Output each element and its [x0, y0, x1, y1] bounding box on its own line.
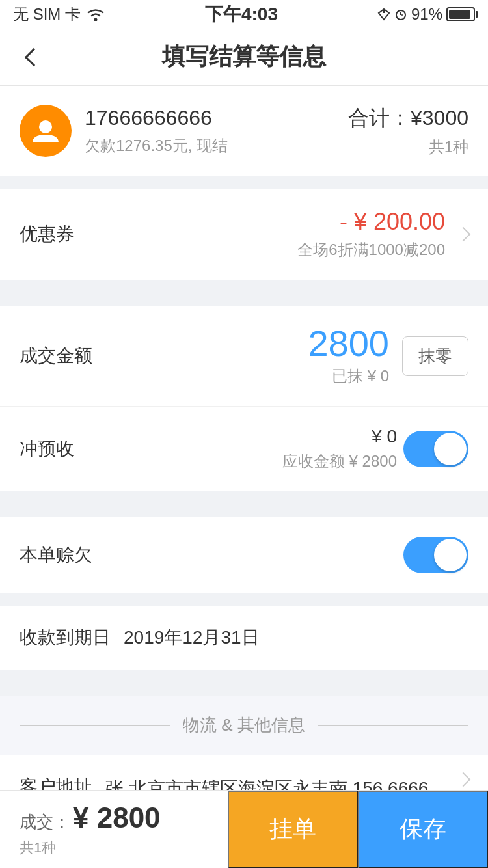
customer-left: 17666666666 欠款1276.35元, 现结 [20, 105, 228, 157]
bottom-bar: 成交： ¥ 2800 共1种 挂单 保存 [0, 790, 488, 868]
chong-toggle[interactable] [403, 431, 468, 467]
battery-percent: 91% [411, 5, 442, 23]
avatar [20, 105, 72, 157]
coupon-value-group: - ¥ 200.00 全场6折满1000减200 [297, 208, 445, 260]
battery-fill [449, 10, 470, 19]
hang-button[interactable]: 挂单 [228, 791, 358, 869]
amount-group: 2800 已抹 ¥ 0 [308, 325, 389, 387]
chong-amount: ¥ 0 [372, 426, 397, 447]
customer-sub: 欠款1276.35元, 现结 [85, 135, 228, 156]
carrier-text: 无 SIM 卡 [13, 4, 81, 25]
status-right: 91% [377, 5, 475, 23]
customer-info: 17666666666 欠款1276.35元, 现结 [85, 106, 228, 156]
toggle-knob [434, 433, 467, 465]
bottom-amount: ¥ 2800 [73, 802, 161, 834]
svg-point-5 [39, 120, 52, 133]
bottom-info: 成交： ¥ 2800 共1种 [0, 802, 228, 858]
location-icon [377, 8, 390, 21]
status-bar: 无 SIM 卡 下午4:03 91% [0, 0, 488, 29]
chevron-right-icon [456, 227, 471, 242]
wifi-icon [86, 7, 105, 21]
back-arrow-icon [25, 47, 43, 66]
total-count: 共1种 [348, 137, 468, 157]
coupon-section: 优惠券 - ¥ 200.00 全场6折满1000减200 [0, 189, 488, 280]
logistics-label: 物流 & 其他信息 [183, 714, 305, 737]
transaction-amount: 2800 [308, 325, 389, 362]
divider-line-right [318, 725, 468, 726]
chong-sub: 应收金额 ¥ 2800 [282, 451, 397, 472]
due-date-label: 收款到期日 [20, 625, 111, 650]
back-button[interactable] [20, 43, 48, 72]
ben-dan-section: 本单赊欠 [0, 517, 488, 593]
coupon-row[interactable]: 优惠券 - ¥ 200.00 全场6折满1000减200 [0, 189, 488, 280]
ben-dan-label: 本单赊欠 [20, 543, 92, 567]
user-avatar-icon [30, 115, 61, 146]
gray-divider-3 [0, 683, 488, 696]
alarm-icon [394, 8, 407, 21]
address-chevron-icon [456, 772, 471, 787]
coupon-description: 全场6折满1000减200 [297, 239, 445, 260]
transaction-amount-row: 成交金额 2800 已抹 ¥ 0 抹零 [0, 306, 488, 406]
transaction-section: 成交金额 2800 已抹 ¥ 0 抹零 冲预收 ¥ 0 应收金额 ¥ 2800 [0, 306, 488, 491]
chong-yushou-label: 冲预收 [20, 437, 74, 461]
due-date-value: 2019年12月31日 [124, 625, 260, 650]
divider-line-left [20, 725, 170, 726]
bottom-trans-label: 成交： [20, 811, 70, 834]
ben-dan-toggle[interactable] [403, 537, 468, 573]
status-time: 下午4:03 [205, 2, 278, 27]
transaction-sub: 已抹 ¥ 0 [332, 366, 389, 387]
content-area: 17666666666 欠款1276.35元, 现结 合计：¥3000 共1种 … [0, 86, 488, 868]
svg-point-0 [94, 18, 98, 21]
gray-divider-2 [0, 504, 488, 517]
coupon-label: 优惠券 [20, 222, 74, 247]
transaction-label: 成交金额 [20, 344, 92, 368]
transaction-right: 2800 已抹 ¥ 0 抹零 [308, 325, 468, 387]
coupon-right: - ¥ 200.00 全场6折满1000减200 [297, 208, 468, 260]
status-left: 无 SIM 卡 [13, 4, 105, 25]
due-date-section: 收款到期日 2019年12月31日 [0, 606, 488, 670]
bottom-count: 共1种 [20, 838, 208, 858]
gray-divider-1 [0, 293, 488, 306]
chong-yushou-row: 冲预收 ¥ 0 应收金额 ¥ 2800 [0, 406, 488, 491]
customer-row: 17666666666 欠款1276.35元, 现结 合计：¥3000 共1种 [0, 86, 488, 176]
logistics-divider: 物流 & 其他信息 [0, 696, 488, 755]
total-amount: 合计：¥3000 [348, 104, 468, 133]
page-title: 填写结算等信息 [162, 41, 326, 73]
coupon-discount: - ¥ 200.00 [340, 208, 445, 236]
save-button[interactable]: 保存 [358, 791, 488, 869]
chong-right-group: ¥ 0 应收金额 ¥ 2800 [282, 426, 468, 472]
nav-bar: 填写结算等信息 [0, 29, 488, 86]
due-date-row: 收款到期日 2019年12月31日 [0, 606, 488, 670]
toggle-knob-2 [434, 539, 467, 571]
battery-icon [446, 7, 475, 21]
ben-dan-row: 本单赊欠 [0, 517, 488, 593]
customer-total: 合计：¥3000 共1种 [348, 104, 468, 157]
chong-values: ¥ 0 应收金额 ¥ 2800 [282, 426, 397, 472]
round-button[interactable]: 抹零 [402, 336, 468, 376]
customer-phone: 17666666666 [85, 106, 228, 130]
